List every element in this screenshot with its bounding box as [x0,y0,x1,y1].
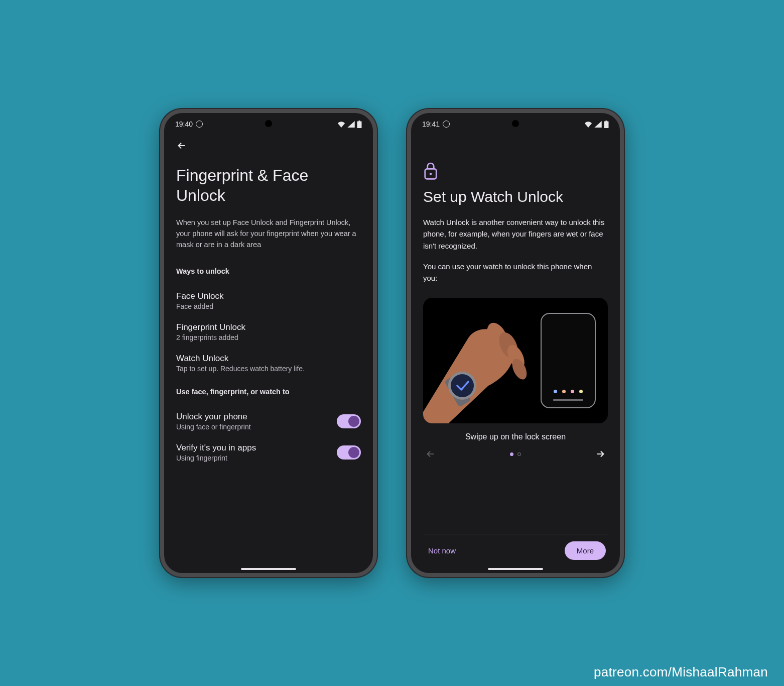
row-verify-in-apps[interactable]: Verify it's you in apps Using fingerprin… [176,437,361,462]
battery-icon [357,121,362,128]
row-unlock-your-phone[interactable]: Unlock your phone Using face or fingerpr… [176,406,361,437]
wifi-icon [584,121,592,128]
pager-dot [517,452,521,456]
phone-left: 19:40 Fingerprint & Face Unlock When you… [160,109,377,577]
signal-icon [347,121,355,128]
row-label: Verify it's you in apps [176,443,256,453]
battery-icon [604,121,609,128]
status-time: 19:40 [175,120,193,128]
pager-dot-active [510,452,513,456]
illustration-watch-unlock [423,298,608,423]
toggle-unlock-phone[interactable] [337,414,361,428]
camera-notch [512,120,519,127]
row-label: Face Unlock [176,291,223,301]
camera-notch [265,120,272,127]
row-label: Unlock your phone [176,412,251,422]
page-subtitle: When you set up Face Unlock and Fingerpr… [176,217,361,250]
row-sublabel: Using face or fingerprint [176,423,251,431]
row-watch-unlock[interactable]: Watch Unlock Tap to set up. Reduces watc… [176,348,361,379]
row-fingerprint-unlock[interactable]: Fingerprint Unlock 2 fingerprints added [176,316,361,348]
row-sublabel: Face added [176,302,223,310]
illustration-caption: Swipe up on the lock screen [423,432,608,441]
row-face-unlock[interactable]: Face Unlock Face added [176,285,361,316]
toggle-verify-apps[interactable] [337,445,361,460]
pager-dots [510,452,521,456]
status-time: 19:41 [422,120,440,128]
section-use-to: Use face, fingerprint, or watch to [176,388,361,396]
body-paragraph-1: Watch Unlock is another convenient way t… [423,216,608,252]
svg-point-1 [430,173,432,175]
illustration-phone [541,313,596,408]
svg-point-8 [451,374,474,397]
nav-bar-indicator [488,568,543,570]
signal-icon [594,121,602,128]
not-now-button[interactable]: Not now [425,541,459,560]
row-sublabel: Using fingerprint [176,454,256,462]
row-sublabel: Tap to set up. Reduces watch battery lif… [176,365,305,373]
nav-bar-indicator [241,568,296,570]
row-sublabel: 2 fingerprints added [176,333,245,341]
wifi-icon [337,121,345,128]
watermark: patreon.com/MishaalRahman [594,664,768,680]
row-label: Watch Unlock [176,354,305,364]
notification-icon [443,121,450,128]
arrow-next-icon[interactable] [595,448,606,460]
back-icon[interactable] [176,140,187,151]
page-title: Set up Watch Unlock [423,188,608,205]
page-title: Fingerprint & Face Unlock [176,165,361,205]
row-label: Fingerprint Unlock [176,322,245,332]
pager [423,448,608,460]
notification-icon [196,121,203,128]
lock-icon [423,161,438,180]
arrow-prev-icon[interactable] [425,448,436,460]
phone-right: 19:41 Set up Watch Unlock Watch Unlock i… [407,109,624,577]
more-button[interactable]: More [565,541,606,560]
section-ways-to-unlock: Ways to unlock [176,267,361,275]
body-paragraph-2: You can use your watch to unlock this ph… [423,261,608,284]
